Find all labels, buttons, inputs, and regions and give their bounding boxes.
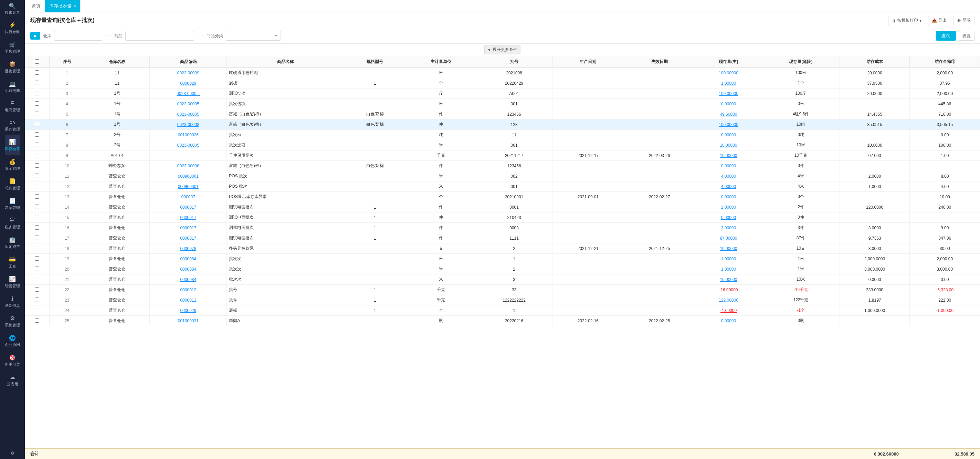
row-checkbox[interactable] <box>35 153 39 157</box>
cell-r2-c9[interactable]: 100.00000 <box>695 89 762 99</box>
cell-r16-c9[interactable]: 87.00000 <box>695 233 762 244</box>
cell-r23-c2[interactable]: 0000029 <box>150 305 227 316</box>
cell-r13-c9[interactable]: 2.00000 <box>695 202 762 212</box>
row-checkbox[interactable] <box>35 184 39 188</box>
settings-button[interactable]: 设置 <box>959 31 975 41</box>
cell-r10-c9[interactable]: 4.00000 <box>695 171 762 182</box>
cell-r9-c9[interactable]: 0.00000 <box>695 161 762 171</box>
row-checkbox[interactable] <box>35 308 39 312</box>
cell-r14-c9[interactable]: 0.00000 <box>695 212 762 223</box>
sidebar-item-tax[interactable]: 🏛 税务管理 <box>5 214 20 233</box>
row-checkbox[interactable] <box>35 174 39 178</box>
sidebar-bottom-settings[interactable]: ⚙ <box>0 447 25 459</box>
select-all-checkbox[interactable] <box>35 59 39 64</box>
cell-r16-c2[interactable]: 0000017 <box>150 233 227 244</box>
cell-r13-c2[interactable]: 0000017 <box>150 202 227 212</box>
warehouse-input[interactable] <box>54 31 102 41</box>
row-checkbox[interactable] <box>35 287 39 292</box>
cell-r10-c2[interactable]: 000900001 <box>150 171 227 182</box>
sidebar-item-ecommerce[interactable]: 🖥 电商管理 <box>5 97 20 116</box>
query-button[interactable]: 查询 <box>936 31 956 41</box>
cell-r9-c2[interactable]: 0023-00008 <box>150 161 227 171</box>
cell-r4-c2[interactable]: 0023-00005 <box>150 109 227 120</box>
sidebar-item-guide[interactable]: 🎯 新手引导 <box>5 351 20 370</box>
cell-r8-c9[interactable]: 10.00000 <box>695 150 762 161</box>
row-checkbox[interactable] <box>35 112 39 116</box>
tab-close-1[interactable]: × <box>74 4 76 9</box>
sidebar-item-ecommerce-small[interactable]: 💻 小缺电商 <box>5 77 20 97</box>
cell-r22-c2[interactable]: 0000012 <box>150 295 227 305</box>
expand-conditions-button[interactable]: ▼ 展开更多条件 <box>484 45 521 54</box>
warehouse-dots[interactable]: ··· <box>105 33 111 39</box>
sidebar-item-cloud[interactable]: ☁ 云应用 <box>5 370 20 390</box>
cell-r4-c9[interactable]: 49.60000 <box>695 109 762 120</box>
tab-0[interactable]: 首页 <box>27 0 45 13</box>
row-checkbox[interactable] <box>35 215 39 219</box>
category-select[interactable] <box>226 31 281 41</box>
sidebar-item-invoice[interactable]: 🧾 发票管理 <box>5 194 20 214</box>
filter-expand-left-btn[interactable]: ▶ <box>30 32 40 40</box>
cell-r17-c9[interactable]: 10.00000 <box>695 244 762 254</box>
row-checkbox[interactable] <box>35 143 39 147</box>
cell-r6-c2[interactable]: 001000026 <box>150 130 227 140</box>
row-checkbox[interactable] <box>35 246 39 250</box>
cell-r17-c2[interactable]: 0000078 <box>150 244 227 254</box>
row-checkbox[interactable] <box>35 132 39 137</box>
cell-r19-c2[interactable]: 0000084 <box>150 264 227 274</box>
sidebar-item-quick-nav[interactable]: ⚡ 快捷导航 <box>5 18 20 38</box>
row-checkbox[interactable] <box>35 81 39 85</box>
goods-dots[interactable]: ··· <box>197 33 204 39</box>
cell-r8-c2[interactable] <box>150 150 227 161</box>
display-button[interactable]: 👁 显示 <box>953 16 975 25</box>
sidebar-item-enterprise[interactable]: 🌐 企业协网 <box>5 331 20 351</box>
cell-r7-c2[interactable]: 0023-00005 <box>150 140 227 150</box>
cell-r19-c9[interactable]: 1.00000 <box>695 264 762 274</box>
export-button[interactable]: 📤 导出 <box>928 16 950 25</box>
print-button[interactable]: 🖨 按模板打印 ▾ <box>888 16 925 25</box>
cell-r11-c9[interactable]: 4.00000 <box>695 182 762 192</box>
cell-r18-c2[interactable]: 0000084 <box>150 254 227 264</box>
sidebar-item-retail[interactable]: 🛒 零售管理 <box>5 38 20 57</box>
row-checkbox[interactable] <box>35 101 39 106</box>
row-checkbox[interactable] <box>35 194 39 199</box>
row-checkbox[interactable] <box>35 266 39 271</box>
cell-r11-c2[interactable]: 000900001 <box>150 182 227 192</box>
sidebar-item-basic-info[interactable]: ℹ 基础信息 <box>5 292 20 312</box>
sidebar-item-inventory[interactable]: 📊 库存核算 <box>5 135 20 155</box>
cell-r24-c9[interactable]: 0.00000 <box>695 316 762 326</box>
row-checkbox[interactable] <box>35 318 39 323</box>
cell-r5-c2[interactable]: 0023-00008 <box>150 120 227 130</box>
cell-r21-c9[interactable]: -16.00000 <box>695 285 762 295</box>
row-checkbox[interactable] <box>35 256 39 261</box>
cell-r14-c2[interactable]: 0000017 <box>150 212 227 223</box>
row-checkbox[interactable] <box>35 91 39 96</box>
cell-r5-c9[interactable]: 100.00000 <box>695 120 762 130</box>
sidebar-item-purchase[interactable]: 🛍 采购管理 <box>5 116 20 135</box>
cell-r15-c9[interactable]: 3.00000 <box>695 223 762 233</box>
cell-r12-c9[interactable]: 0.00000 <box>695 192 762 202</box>
cell-r12-c2[interactable]: 000097 <box>150 192 227 202</box>
cell-r18-c9[interactable]: 1.00000 <box>695 254 762 264</box>
tab-1[interactable]: 库存批次量× <box>45 0 81 13</box>
sidebar-item-finance[interactable]: 💰 资金管理 <box>5 155 20 175</box>
cell-r20-c2[interactable]: 0000084 <box>150 274 227 285</box>
cell-r20-c9[interactable]: 10.00000 <box>695 274 762 285</box>
cell-r24-c2[interactable]: 001000031 <box>150 316 227 326</box>
cell-r15-c2[interactable]: 0000017 <box>150 223 227 233</box>
sidebar-search[interactable]: 🔍 搜索菜单 <box>0 0 25 18</box>
sidebar-item-system[interactable]: ⚙ 系统管理 <box>5 312 20 331</box>
sidebar-item-salary[interactable]: 💳 工资 <box>5 253 20 273</box>
row-checkbox[interactable] <box>35 122 39 126</box>
cell-r7-c9[interactable]: 10.00000 <box>695 140 762 150</box>
sidebar-item-ledger[interactable]: 📒 总账管理 <box>5 175 20 194</box>
goods-input[interactable] <box>125 31 194 41</box>
cell-r1-c9[interactable]: 1.00000 <box>695 78 762 89</box>
cell-r2-c2[interactable]: 0023-0000... <box>150 89 227 99</box>
sidebar-item-wholesale[interactable]: 📦 批发管理 <box>5 57 20 77</box>
sidebar-item-assets[interactable]: 🏢 固定资产 <box>5 233 20 253</box>
row-checkbox[interactable] <box>35 225 39 230</box>
row-checkbox[interactable] <box>35 70 39 75</box>
cell-r23-c9[interactable]: -1.00000 <box>695 305 762 316</box>
cell-r22-c9[interactable]: 122.00000 <box>695 295 762 305</box>
cell-r1-c2[interactable]: 0000029 <box>150 78 227 89</box>
